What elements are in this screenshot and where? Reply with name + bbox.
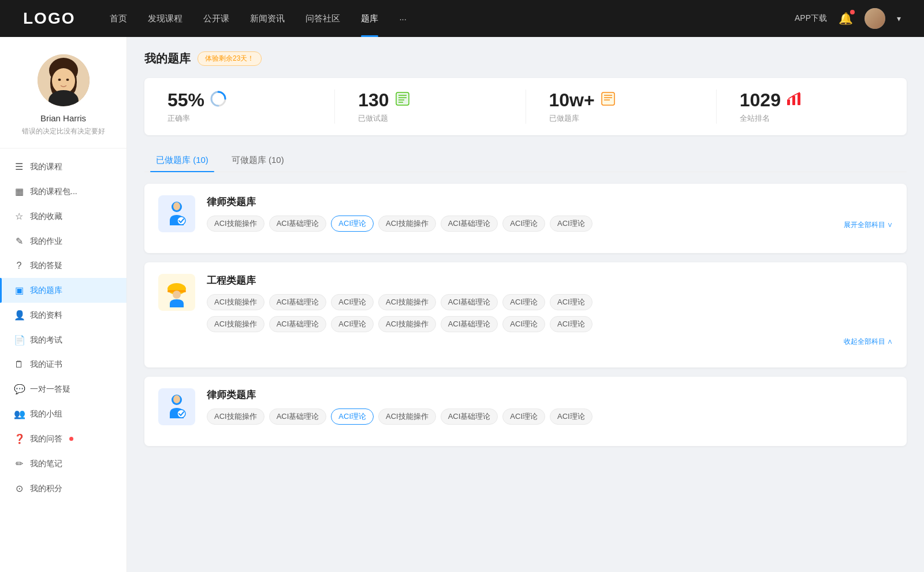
user-menu-chevron[interactable]: ▾ <box>897 14 901 23</box>
logo: LOGO <box>23 9 75 28</box>
stat-accuracy-label: 正确率 <box>167 113 190 124</box>
tag[interactable]: ACI技能操作 <box>378 294 436 310</box>
tag[interactable]: ACI技能操作 <box>378 216 436 232</box>
tag[interactable]: ACI理论 <box>502 294 545 310</box>
svg-point-6 <box>58 79 61 81</box>
tag[interactable]: ACI基础理论 <box>441 216 498 232</box>
sidebar-item-points[interactable]: ⊙ 我的积分 <box>0 476 126 501</box>
user-avatar[interactable] <box>865 8 885 29</box>
nav-questionbank[interactable]: 题库 <box>361 13 378 24</box>
tag[interactable]: ACI理论 <box>502 408 545 425</box>
tag[interactable]: ACI理论 <box>550 316 593 332</box>
sidebar-item-group[interactable]: 👥 我的小组 <box>0 402 126 426</box>
avatar-image <box>865 8 885 29</box>
sidebar-item-label: 我的问答 <box>30 434 62 444</box>
app-download-btn[interactable]: APP下载 <box>795 13 827 24</box>
nav-home[interactable]: 首页 <box>110 13 127 24</box>
tag[interactable]: ACI基础理论 <box>269 316 327 332</box>
tag[interactable]: ACI基础理论 <box>269 294 327 310</box>
navbar: LOGO 首页 发现课程 公开课 新闻资讯 问答社区 题库 ··· APP下载 … <box>0 0 924 37</box>
tag[interactable]: ACI技能操作 <box>207 216 264 232</box>
sidebar-item-exam[interactable]: 📄 我的考试 <box>0 328 126 352</box>
nav-qa[interactable]: 问答社区 <box>305 13 340 24</box>
notification-bell[interactable]: 🔔 <box>839 12 853 25</box>
tab-done-banks[interactable]: 已做题库 (10) <box>144 149 220 172</box>
tags-row-2b: ACI技能操作 ACI基础理论 ACI理论 ACI技能操作 ACI基础理论 AC… <box>207 316 893 332</box>
tag[interactable]: ACI理论 <box>331 294 374 310</box>
tag[interactable]: ACI理论 <box>502 316 545 332</box>
tag[interactable]: ACI技能操作 <box>207 316 264 332</box>
sidebar-item-label: 一对一答疑 <box>30 384 70 395</box>
collapse-btn-2: 收起全部科目 ∧ <box>207 337 893 347</box>
sidebar-item-label: 我的收藏 <box>30 211 62 222</box>
tab-available-banks[interactable]: 可做题库 (10) <box>220 149 296 172</box>
sidebar-item-courses[interactable]: ☰ 我的课程 <box>0 154 126 179</box>
stat-done-value: 130 <box>358 90 389 111</box>
tag[interactable]: ACI基础理论 <box>441 408 498 425</box>
svg-rect-9 <box>396 92 409 105</box>
tag[interactable]: ACI理论 <box>550 294 593 310</box>
stat-accuracy: 55% 正确率 <box>144 90 335 124</box>
sidebar-item-favorites[interactable]: ☆ 我的收藏 <box>0 204 126 229</box>
svg-point-28 <box>173 395 180 403</box>
sidebar-item-my-qa[interactable]: ? 我的答疑 <box>0 254 126 278</box>
svg-rect-20 <box>798 93 800 105</box>
tag-active[interactable]: ACI理论 <box>331 408 374 425</box>
tag[interactable]: ACI基础理论 <box>269 408 327 425</box>
sidebar-item-label: 我的答疑 <box>30 261 62 271</box>
sidebar-item-questions[interactable]: ❓ 我的问答 <box>0 426 126 451</box>
sidebar-item-label: 我的作业 <box>30 236 62 247</box>
nav-news[interactable]: 新闻资讯 <box>250 13 285 24</box>
tag[interactable]: ACI基础理论 <box>441 316 498 332</box>
my-qa-icon: ? <box>14 261 24 271</box>
tag[interactable]: ACI理论 <box>550 408 593 425</box>
collapse-text[interactable]: 收起全部科目 ∧ <box>844 337 893 347</box>
bank-card-lawyer-2: 律师类题库 ACI技能操作 ACI基础理论 ACI理论 ACI技能操作 ACI基… <box>144 377 907 446</box>
sidebar-item-question-bank[interactable]: ▣ 我的题库 <box>0 278 126 303</box>
tag[interactable]: ACI技能操作 <box>378 408 436 425</box>
sidebar-item-certificate[interactable]: 🗒 我的证书 <box>0 352 126 377</box>
tag[interactable]: ACI理论 <box>502 216 545 232</box>
svg-rect-14 <box>602 92 614 105</box>
sidebar-item-course-packages[interactable]: ▦ 我的课程包... <box>0 179 126 204</box>
bank-title-2: 工程类题库 <box>207 274 893 287</box>
exam-icon: 📄 <box>14 335 24 346</box>
sidebar-item-label: 我的积分 <box>30 484 62 494</box>
page-title: 我的题库 <box>144 51 191 66</box>
stat-banks-value: 10w+ <box>549 90 595 111</box>
tag-active[interactable]: ACI理论 <box>331 216 374 232</box>
tags-row-1: ACI技能操作 ACI基础理论 ACI理论 ACI技能操作 ACI基础理论 AC… <box>207 216 893 232</box>
sidebar-item-label: 我的证书 <box>30 359 62 370</box>
packages-icon: ▦ <box>14 186 24 197</box>
stat-banks-label: 已做题库 <box>549 113 579 124</box>
homework-icon: ✎ <box>14 236 24 247</box>
tag[interactable]: ACI理论 <box>331 316 374 332</box>
sidebar-item-profile[interactable]: 👤 我的资料 <box>0 303 126 328</box>
tag[interactable]: ACI技能操作 <box>378 316 436 332</box>
tags-row-2a: ACI技能操作 ACI基础理论 ACI理论 ACI技能操作 ACI基础理论 AC… <box>207 294 893 310</box>
tag[interactable]: ACI基础理论 <box>441 294 498 310</box>
stat-rank-value: 1029 <box>740 90 781 111</box>
tag[interactable]: ACI理论 <box>550 216 593 232</box>
favorites-icon: ☆ <box>14 211 24 222</box>
expand-button-1[interactable]: 展开全部科目 ∨ <box>844 218 893 230</box>
qbank-icon: ▣ <box>14 285 24 296</box>
bell-badge <box>850 10 855 14</box>
svg-point-4 <box>52 68 75 94</box>
banks-icon <box>601 91 616 110</box>
nav-more[interactable]: ··· <box>399 14 407 24</box>
sidebar-item-tutor[interactable]: 💬 一对一答疑 <box>0 377 126 402</box>
nav-discover[interactable]: 发现课程 <box>148 13 182 24</box>
cert-icon: 🗒 <box>14 359 24 370</box>
bank-title-3: 律师类题库 <box>207 388 893 402</box>
nav-opencourse[interactable]: 公开课 <box>203 13 229 24</box>
user-name: Brian Harris <box>40 113 86 123</box>
tag[interactable]: ACI基础理论 <box>269 216 327 232</box>
tag[interactable]: ACI技能操作 <box>207 294 264 310</box>
sidebar-item-homework[interactable]: ✎ 我的作业 <box>0 229 126 254</box>
sidebar-menu: ☰ 我的课程 ▦ 我的课程包... ☆ 我的收藏 ✎ 我的作业 ? 我的答疑 ▣… <box>0 154 126 501</box>
sidebar-item-notes[interactable]: ✏ 我的笔记 <box>0 451 126 476</box>
sidebar-item-label: 我的小组 <box>30 409 62 419</box>
tag[interactable]: ACI技能操作 <box>207 408 264 425</box>
tutor-icon: 💬 <box>14 384 24 395</box>
